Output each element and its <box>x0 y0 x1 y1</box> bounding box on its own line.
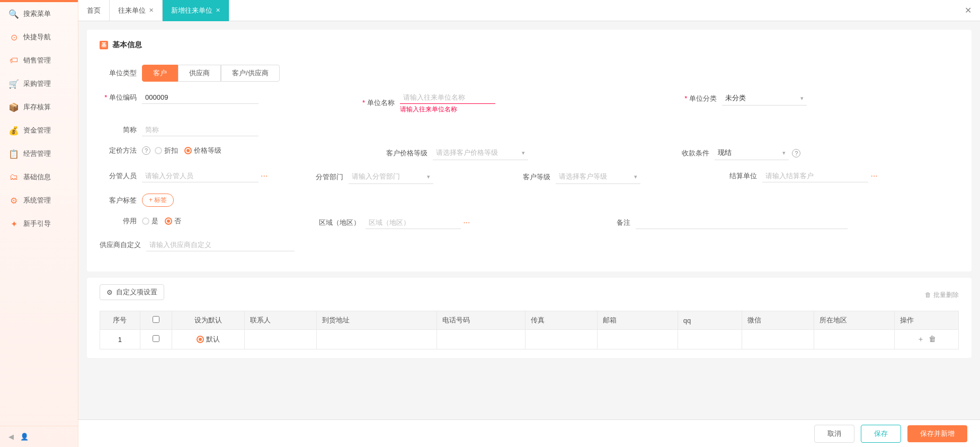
disabled-no-circle <box>165 217 172 225</box>
payment-terms-help-icon[interactable]: ? <box>792 149 800 157</box>
cell-qq[interactable] <box>678 330 742 349</box>
pricing-radio-level[interactable]: 价格等级 <box>184 146 221 155</box>
disabled-no[interactable]: 否 <box>165 216 181 226</box>
add-row-button[interactable]: ＋ <box>916 334 925 345</box>
sidebar-item-quick-nav[interactable]: ⊙ 快捷导航 <box>0 25 78 49</box>
default-radio-circle <box>197 336 204 343</box>
unit-code-field: 单位编码 <box>100 91 358 104</box>
level-radio-label: 价格等级 <box>194 146 221 155</box>
unit-code-input[interactable] <box>142 91 259 104</box>
sidebar-item-basic-info[interactable]: 🗂 基础信息 <box>0 165 78 189</box>
region-table-input[interactable] <box>819 336 888 344</box>
basic-info-card: 基 基本信息 单位类型 客户 供应商 客户/供应商 单位编码 <box>87 30 972 271</box>
unit-category-select[interactable]: 未分类 ▾ <box>722 91 807 106</box>
remarks-input[interactable] <box>636 216 848 229</box>
delete-row-button[interactable]: 🗑 <box>928 334 937 344</box>
pricing-help-icon[interactable]: ? <box>142 146 150 155</box>
cell-checkbox[interactable] <box>140 330 172 349</box>
col-address: 到货地址 <box>317 311 437 330</box>
abbreviation-input[interactable] <box>142 124 259 136</box>
pricing-radio-discount[interactable]: 折扣 <box>155 146 178 155</box>
sidebar-item-sales[interactable]: 🏷 销售管理 <box>0 49 78 72</box>
region-more[interactable]: ··· <box>461 218 472 227</box>
customer-price-level-select[interactable]: 请选择客户价格等级 ▾ <box>433 146 528 160</box>
abbreviation-label: 简称 <box>100 125 142 135</box>
type-btn-customer[interactable]: 客户 <box>142 65 178 82</box>
supplier-custom-input[interactable] <box>146 239 295 251</box>
discount-radio-label: 折扣 <box>164 146 178 155</box>
col-qq: qq <box>678 311 742 330</box>
cancel-button[interactable]: 取消 <box>814 425 854 443</box>
tabs-close-all[interactable]: ✕ <box>956 5 980 15</box>
save-button[interactable]: 保存 <box>861 425 901 443</box>
cell-wechat[interactable] <box>742 330 814 349</box>
contact-table: 序号 设为默认 联系人 到货地址 电话号码 传真 邮箱 qq 微信 所在地区 操… <box>100 311 959 349</box>
manager-input[interactable] <box>142 170 259 182</box>
sidebar-item-inventory[interactable]: 📦 库存核算 <box>0 95 78 119</box>
phone-input[interactable] <box>442 336 520 344</box>
default-radio[interactable]: 默认 <box>177 335 238 344</box>
cell-contact[interactable] <box>244 330 316 349</box>
manager-more[interactable]: ··· <box>259 171 270 181</box>
purchase-icon: 🛒 <box>8 78 19 89</box>
row-checkbox[interactable] <box>153 335 159 342</box>
col-contact: 联系人 <box>244 311 316 330</box>
disabled-row: 停用 是 否 区域（地区） ··· <box>100 216 959 229</box>
cell-phone[interactable] <box>437 330 525 349</box>
sidebar-collapse-icon[interactable]: ◀ <box>8 433 14 441</box>
user-avatar[interactable]: 👤 <box>20 433 29 441</box>
email-input[interactable] <box>603 336 672 344</box>
region-input[interactable] <box>366 216 461 229</box>
sidebar-item-purchase[interactable]: 🛒 采购管理 <box>0 72 78 95</box>
fax-input[interactable] <box>531 336 592 344</box>
sales-icon: 🏷 <box>8 55 19 66</box>
cell-email[interactable] <box>598 330 678 349</box>
tab-home[interactable]: 首页 <box>78 0 110 21</box>
settlement-unit-input[interactable] <box>762 170 868 182</box>
department-placeholder: 请输入分管部门 <box>352 172 400 181</box>
sidebar-item-search[interactable]: 🔍 搜索菜单 <box>0 2 78 25</box>
tab-new-contact-close[interactable]: ✕ <box>216 7 220 14</box>
batch-delete-btn[interactable]: 🗑 批量删除 <box>925 291 959 300</box>
type-btn-supplier[interactable]: 供应商 <box>178 65 221 82</box>
disabled-no-label: 否 <box>174 216 181 226</box>
type-btn-both[interactable]: 客户/供应商 <box>221 65 280 82</box>
tab-contacts-close[interactable]: ✕ <box>149 7 154 14</box>
col-location: 所在地区 <box>814 311 894 330</box>
settlement-unit-more[interactable]: ··· <box>868 171 879 181</box>
sidebar-item-finance[interactable]: 💰 资金管理 <box>0 119 78 142</box>
department-field: 分管部门 请输入分管部门 ▾ <box>306 170 513 184</box>
sidebar-item-operations[interactable]: 📋 经营管理 <box>0 142 78 165</box>
customer-tag-row: 客户标签 + 标签 <box>100 194 959 207</box>
col-header-checkbox[interactable] <box>140 311 172 330</box>
disabled-field: 停用 是 否 <box>100 216 319 226</box>
disabled-yes[interactable]: 是 <box>142 216 158 226</box>
add-tag-button[interactable]: + 标签 <box>142 194 174 207</box>
custom-settings-button[interactable]: ⚙ 自定义项设置 <box>100 284 164 300</box>
wechat-input[interactable] <box>747 336 808 344</box>
contact-input[interactable] <box>250 336 311 344</box>
tab-contacts[interactable]: 往来单位 ✕ <box>110 0 163 21</box>
department-select[interactable]: 请输入分管部门 ▾ <box>349 170 433 184</box>
customer-tag-label: 客户标签 <box>100 196 142 205</box>
payment-terms-select[interactable]: 现结 ▾ <box>715 146 789 160</box>
save-add-button[interactable]: 保存并新增 <box>907 425 967 442</box>
cell-fax[interactable] <box>525 330 597 349</box>
supplier-custom-field: 供应商自定义 <box>100 239 959 251</box>
qq-input[interactable] <box>683 336 736 344</box>
sidebar-item-guide[interactable]: ✦ 新手引导 <box>0 212 78 235</box>
cell-address[interactable] <box>317 330 437 349</box>
tab-new-contact[interactable]: 新增往来单位 ✕ <box>163 0 229 21</box>
system-icon: ⚙ <box>8 195 19 206</box>
cell-region[interactable] <box>814 330 894 349</box>
customer-level-chevron: ▾ <box>634 173 637 180</box>
address-input[interactable] <box>322 336 431 344</box>
sidebar-item-system[interactable]: ⚙ 系统管理 <box>0 189 78 212</box>
guide-icon: ✦ <box>8 218 19 229</box>
section-title-icon: 基 <box>100 41 108 49</box>
select-all-checkbox[interactable] <box>153 316 159 323</box>
customer-level-select[interactable]: 请选择客户等级 ▾ <box>556 170 640 184</box>
unit-category-label: 单位分类 <box>680 94 722 103</box>
section-title-text: 基本信息 <box>112 40 142 50</box>
unit-name-input[interactable] <box>400 91 495 104</box>
